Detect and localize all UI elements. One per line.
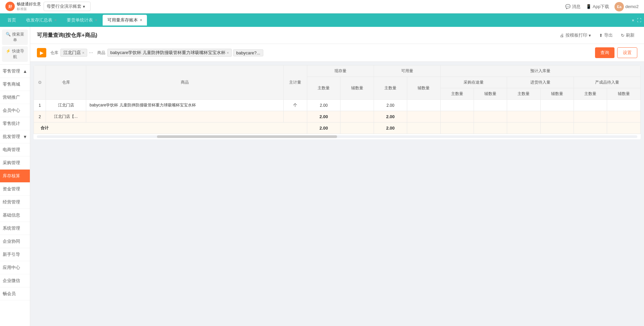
sidebar-item-marketing[interactable]: 营销推广 — [0, 91, 30, 104]
print-btn[interactable]: 🖨 按模板打印 ▾ — [557, 31, 594, 40]
top-bar-left: 好 畅捷通好生意 标准版 母婴行业演示账套 ▾ — [5, 2, 91, 11]
warehouse-tag-0[interactable]: 江北门店 × — [60, 49, 87, 57]
product-tag-text-1: babycare?... — [236, 50, 260, 55]
product-tag-0[interactable]: babycare学饮杯 儿童防摔防撞吸管杯重力球吸嘴杯宝宝水杯 × — [107, 49, 232, 57]
sidebar-item-retail-mall[interactable]: 零售商城 — [0, 78, 30, 91]
message-label: 消息 — [572, 4, 581, 10]
user-area[interactable]: Ea demo2 — [614, 2, 639, 11]
cell-avail-aux-1 — [407, 100, 440, 111]
query-btn[interactable]: 查询 — [595, 47, 614, 58]
data-table-wrapper: ⚙ 仓库 商品 主计量 现存量 可用量 预计入库量 主数量 辅数量 — [34, 65, 641, 139]
sidebar-item-inventory[interactable]: 库存核算 — [0, 170, 30, 183]
cell-current-aux-1 — [340, 100, 374, 111]
warehouse-tag-close[interactable]: × — [82, 51, 84, 55]
sidebar-item-ecommerce[interactable]: 电商管理 — [0, 143, 30, 156]
table-container: ⚙ 仓库 商品 主计量 现存量 可用量 预计入库量 主数量 辅数量 — [30, 62, 644, 326]
sidebar-item-vip-label: 畅会员 — [3, 291, 16, 297]
product-tag-close-0[interactable]: × — [227, 51, 229, 55]
sidebar-item-purchase[interactable]: 采购管理 — [0, 156, 30, 170]
sidebar-item-member-label: 会员中心 — [3, 107, 20, 113]
th-purchase-on-way: 采购在途量 — [440, 77, 507, 88]
footer-incoming-main — [507, 123, 540, 134]
sidebar-item-vip[interactable]: 畅会员 — [0, 287, 30, 300]
tab-home[interactable]: 首页 — [3, 15, 21, 26]
warehouse-filter: 仓库 江北门店 × ··· — [50, 49, 93, 57]
sidebar-item-ecommerce-label: 电商管理 — [3, 147, 20, 153]
footer-production-main — [574, 123, 607, 134]
cell-incoming-main-1 — [507, 100, 540, 111]
tab-receivable-close[interactable]: × — [54, 18, 57, 22]
sidebar-item-finance[interactable]: 资金管理 — [0, 183, 30, 196]
filter-bar: ▶ 仓库 江北门店 × ··· 商品 babycare学饮杯 儿童防摔防撞吸管杯… — [30, 44, 644, 62]
sidebar-item-retail-stats[interactable]: 零售统计 — [0, 117, 30, 130]
th-purchase-aux: 辅数量 — [474, 88, 507, 100]
warehouse-more-btn[interactable]: ··· — [89, 50, 93, 56]
logo-icon: 好 — [5, 2, 15, 11]
cell-production-aux-2 — [607, 111, 641, 123]
tab-order-stats[interactable]: 要货单统计表 × — [62, 15, 102, 26]
cell-purchase-main-1 — [440, 100, 474, 111]
sidebar-item-wholesale-label: 批发管理 — [3, 134, 20, 140]
cell-avail-main-1: 2.00 — [374, 100, 407, 111]
settings-icon[interactable]: ⚙ — [38, 80, 42, 85]
message-icon: 💬 — [565, 4, 571, 9]
th-warehouse: 仓库 — [46, 65, 86, 100]
sidebar-item-wecom-label: 企业微信 — [3, 278, 20, 284]
app-download-btn[interactable]: 📱 App下载 — [586, 4, 609, 10]
cell-warehouse-2: 江北门店【... — [46, 111, 86, 123]
tab-order-stats-close[interactable]: × — [95, 18, 97, 22]
cell-current-main-1: 2.00 — [307, 100, 340, 111]
page-actions: 🖨 按模板打印 ▾ ⬆ 导出 ↻ 刷新 — [557, 31, 637, 40]
sidebar-item-appcenter-label: 应用中心 — [3, 265, 20, 271]
sidebar-item-zero-retail-label: 零售管理 — [3, 68, 20, 74]
horizontal-scrollbar[interactable] — [37, 135, 637, 138]
export-btn[interactable]: ⬆ 导出 — [596, 31, 615, 40]
search-menu-btn[interactable]: 🔍 搜索菜单 — [2, 30, 28, 45]
cell-current-main-2: 2.00 — [307, 111, 340, 123]
filter-expand-btn[interactable]: ▶ — [37, 48, 46, 57]
th-avail-aux: 辅数量 — [407, 77, 440, 100]
th-product: 商品 — [86, 65, 284, 100]
scrollbar-thumb[interactable] — [157, 135, 337, 138]
cell-seq-1: 1 — [34, 100, 46, 111]
logo-text-block: 畅捷通好生意 标准版 — [17, 2, 41, 11]
sidebar-item-wholesale[interactable]: 批发管理 ▼ — [0, 130, 30, 143]
message-btn[interactable]: 💬 消息 — [565, 4, 581, 10]
cell-avail-aux-2 — [407, 111, 440, 123]
sidebar-item-zero-retail[interactable]: 零售管理 ▲ — [0, 65, 30, 78]
tab-receivable[interactable]: 收发存汇总表 × — [21, 15, 61, 26]
product-tag-1[interactable]: babycare?... — [233, 49, 263, 56]
sidebar-item-wecom[interactable]: 企业微信 — [0, 274, 30, 287]
quick-nav-btn[interactable]: ⚡ 快捷导航 — [2, 46, 28, 62]
sidebar-item-appcenter[interactable]: 应用中心 — [0, 261, 30, 274]
th-purchase-main: 主数量 — [440, 88, 474, 100]
sidebar-item-enterprise-label: 企业协同 — [3, 238, 20, 244]
refresh-btn[interactable]: ↻ 刷新 — [618, 31, 637, 40]
sidebar-item-member[interactable]: 会员中心 — [0, 104, 30, 117]
maximize-icon: ⛶ — [637, 18, 641, 23]
tab-available-inventory[interactable]: 可用量库存账本 × — [103, 15, 147, 26]
cell-product-2 — [86, 111, 284, 123]
logo-sub: 标准版 — [17, 7, 41, 11]
sidebar-item-system[interactable]: 系统管理 — [0, 222, 30, 235]
tab-available-inventory-close[interactable]: × — [140, 18, 142, 22]
cell-incoming-aux-1 — [540, 100, 574, 111]
sidebar-item-enterprise[interactable]: 企业协同 — [0, 235, 30, 248]
cell-unit-2 — [283, 111, 307, 123]
industry-select[interactable]: 母婴行业演示账套 ▾ — [44, 2, 91, 11]
sidebar-item-basic-info[interactable]: 基础信息 — [0, 209, 30, 222]
th-forecast: 预计入库量 — [440, 65, 641, 77]
main-layout: 🔍 搜索菜单 ⚡ 快捷导航 零售管理 ▲ 零售商城 营销推广 会员中心 零售统计… — [0, 27, 644, 326]
close-all-tabs[interactable]: × ⛶ — [632, 18, 641, 23]
sidebar-item-inventory-label: 库存核算 — [3, 173, 20, 179]
sidebar-item-newguide-label: 新手引导 — [3, 251, 20, 258]
user-name: demo2 — [625, 4, 639, 9]
sidebar-item-newguide[interactable]: 新手引导 — [0, 248, 30, 261]
setting-btn[interactable]: 设置 — [617, 47, 637, 58]
cell-purchase-aux-2 — [474, 111, 507, 123]
th-production-aux: 辅数量 — [607, 88, 641, 100]
sidebar-item-business[interactable]: 经营管理 — [0, 196, 30, 209]
sidebar-item-retail-stats-label: 零售统计 — [3, 121, 20, 127]
sidebar-item-marketing-label: 营销推广 — [3, 94, 20, 100]
footer-total-label: 合计 — [34, 123, 307, 134]
